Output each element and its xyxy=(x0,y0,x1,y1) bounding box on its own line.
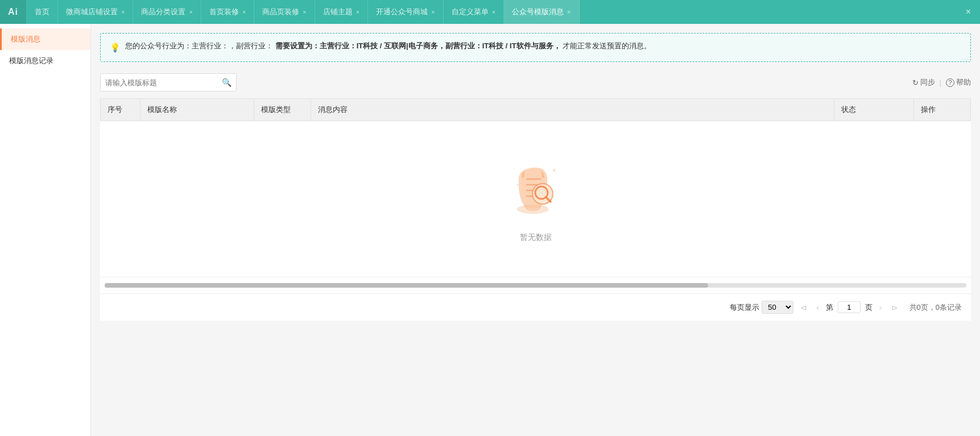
page-next-button[interactable]: › xyxy=(877,302,884,313)
svg-text:✦: ✦ xyxy=(552,167,556,173)
search-input[interactable] xyxy=(105,78,222,87)
help-icon: ? xyxy=(946,78,954,87)
close-custom-menu[interactable]: × xyxy=(492,9,495,15)
content-area: 💡 您的公众号行业为：主营行业：，副营行业： 需要设置为：主营行业：IT科技 /… xyxy=(91,24,980,436)
tab-shop-theme[interactable]: 店铺主题 × xyxy=(315,0,368,24)
right-actions: ↻ 同步 | ? 帮助 xyxy=(912,77,971,88)
close-template-msg[interactable]: × xyxy=(567,9,570,15)
scroll-bar-row[interactable] xyxy=(100,277,971,293)
sync-button[interactable]: ↻ 同步 xyxy=(912,77,935,88)
close-category-settings[interactable]: × xyxy=(189,9,192,15)
page-size-dropdown[interactable]: 50 10 20 100 xyxy=(762,301,793,314)
empty-illustration: ✦ ✦ xyxy=(502,155,570,223)
tab-home[interactable]: 首页 xyxy=(27,0,58,24)
col-content: 消息内容 xyxy=(311,99,834,121)
page-last-button[interactable]: ⊳ xyxy=(889,302,900,313)
tab-home-decor[interactable]: 首页装修 × xyxy=(201,0,254,24)
sidebar: 模版消息 模版消息记录 xyxy=(0,24,91,436)
close-shop-theme[interactable]: × xyxy=(356,9,359,15)
col-name: 模版名称 xyxy=(140,99,254,121)
notice-text: 您的公众号行业为：主营行业：，副营行业： 需要设置为：主营行业：IT科技 / 互… xyxy=(125,40,651,52)
notice-icon: 💡 xyxy=(110,41,121,55)
svg-text:✦: ✦ xyxy=(516,182,520,188)
scroll-thumb[interactable] xyxy=(105,283,708,288)
tab-category-settings[interactable]: 商品分类设置 × xyxy=(133,0,201,24)
tab-open-mall[interactable]: 开通公众号商城 × xyxy=(368,0,443,24)
table-header-row: 序号 模版名称 模版类型 消息内容 状态 操作 xyxy=(101,99,971,121)
search-input-wrap[interactable]: 🔍 xyxy=(100,73,237,92)
page-prev-button[interactable]: ‹ xyxy=(814,302,821,313)
sidebar-item-template-msg-log[interactable]: 模版消息记录 xyxy=(0,50,90,72)
window-close-button[interactable]: × xyxy=(957,0,980,24)
col-type: 模版类型 xyxy=(254,99,311,121)
page-number-input[interactable] xyxy=(838,301,861,313)
divider: | xyxy=(940,78,941,87)
col-action: 操作 xyxy=(914,99,971,121)
logo-text: Ai xyxy=(8,7,18,17)
page-size-select: 每页显示 50 10 20 100 xyxy=(730,301,793,314)
col-index: 序号 xyxy=(101,99,140,121)
total-count: 共0页，0条记录 xyxy=(909,302,962,313)
pagination-row: 每页显示 50 10 20 100 ⊲ ‹ 第 页 › ⊳ 共0页，0条记录 xyxy=(100,293,971,321)
empty-state: ✦ ✦ 暂无数据 xyxy=(101,121,971,277)
tab-template-msg[interactable]: 公众号模版消息 × xyxy=(504,0,579,24)
tab-custom-menu[interactable]: 自定义菜单 × xyxy=(444,0,504,24)
close-home-decor[interactable]: × xyxy=(242,9,246,15)
sidebar-item-template-msg[interactable]: 模版消息 xyxy=(0,28,90,50)
tab-shop-settings[interactable]: 微商城店铺设置 × xyxy=(58,0,133,24)
data-table: 序号 模版名称 模版类型 消息内容 状态 操作 xyxy=(100,98,971,277)
table-container: 序号 模版名称 模版类型 消息内容 状态 操作 xyxy=(100,98,971,321)
empty-text: 暂无数据 xyxy=(520,232,552,243)
search-row: 🔍 ↻ 同步 | ? 帮助 xyxy=(100,73,971,92)
top-nav: Ai 首页 微商城店铺设置 × 商品分类设置 × 首页装修 × 商品页装修 × … xyxy=(0,0,980,24)
notice-box: 💡 您的公众号行业为：主营行业：，副营行业： 需要设置为：主营行业：IT科技 /… xyxy=(100,33,971,62)
scroll-track[interactable] xyxy=(105,283,966,288)
tab-product-decor[interactable]: 商品页装修 × xyxy=(254,0,315,24)
col-status: 状态 xyxy=(834,99,914,121)
search-icon[interactable]: 🔍 xyxy=(222,78,231,87)
page-first-button[interactable]: ⊲ xyxy=(798,302,809,313)
table-empty-row: ✦ ✦ 暂无数据 xyxy=(101,121,971,277)
close-product-decor[interactable]: × xyxy=(303,9,306,15)
main-layout: 模版消息 模版消息记录 💡 您的公众号行业为：主营行业：，副营行业： 需要设置为… xyxy=(0,24,980,436)
close-open-mall[interactable]: × xyxy=(431,9,435,15)
logo-tab[interactable]: Ai xyxy=(0,0,27,24)
help-button[interactable]: ? 帮助 xyxy=(946,77,971,88)
sync-icon: ↻ xyxy=(912,78,919,87)
close-shop-settings[interactable]: × xyxy=(121,9,125,15)
